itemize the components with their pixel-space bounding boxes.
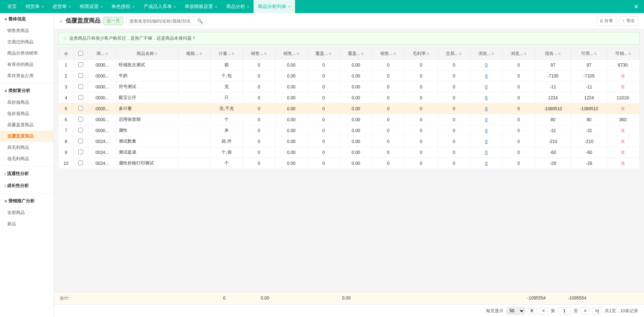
row-select-checkbox[interactable] — [78, 117, 83, 122]
row-browse1[interactable]: 0 — [470, 82, 503, 92]
sidebar-item-low-gross[interactable]: 低毛利商品 — [0, 153, 54, 165]
row-select-checkbox[interactable] — [78, 128, 83, 132]
row-checkbox[interactable] — [74, 103, 88, 114]
row-select-checkbox[interactable] — [78, 62, 83, 67]
cover2-column-header[interactable]: 覆盖...⇅ — [340, 48, 372, 60]
row-checkbox[interactable] — [74, 60, 88, 71]
sales1-column-header[interactable]: 销售...⇅ — [243, 48, 275, 60]
nav-close-icon[interactable]: × — [247, 4, 249, 9]
row-browse1[interactable]: 0 — [470, 158, 503, 169]
row-select-checkbox[interactable] — [78, 161, 83, 165]
select-all-checkbox[interactable] — [78, 51, 83, 56]
sidebar-item-new-goods[interactable]: 新品 — [0, 218, 54, 230]
settings-column-header[interactable]: ⚙ — [59, 48, 74, 60]
sales2-column-header[interactable]: 销售...⇅ — [275, 48, 307, 60]
nav-close-icon[interactable]: × — [42, 4, 44, 9]
info-banner: ☆ 这类商品只有很少客户购买过，是推广不够，还是商品本身问题？ — [58, 32, 640, 45]
nav-home[interactable]: 首页 — [3, 0, 21, 13]
row-browse1[interactable]: 0 — [470, 114, 503, 125]
row-browse1[interactable]: 0 — [470, 136, 503, 147]
sidebar-section-growth[interactable]: › 成长性分析 — [0, 180, 54, 192]
sidebar-item-low-value[interactable]: 低价值商品 — [0, 108, 54, 119]
nav-close-icon[interactable]: × — [288, 4, 290, 9]
row-browse1[interactable]: 0 — [470, 71, 503, 82]
nav-template[interactable]: 单据模板设置 × — [180, 0, 221, 13]
cover1-column-header[interactable]: 覆盖...⇅ — [307, 48, 340, 60]
row-checkbox[interactable] — [74, 71, 88, 82]
row-browse1[interactable]: 0 — [470, 125, 503, 136]
row-cover2: 0.00 — [340, 125, 372, 136]
sidebar-section-wealth[interactable]: ∨ 类财富分析 — [0, 85, 54, 97]
nav-sales-order[interactable]: 销货单 × — [21, 0, 48, 13]
nav-close-icon[interactable]: × — [68, 4, 71, 9]
nav-role[interactable]: 角色授权 × — [107, 0, 139, 13]
trade-column-header[interactable]: 交易...⇅ — [438, 48, 470, 60]
row-browse1[interactable]: 0 — [470, 60, 503, 71]
sidebar-section-liquidity[interactable]: › 流通性分析 — [0, 168, 54, 180]
nav-product-analysis[interactable]: 商品分析 × — [222, 0, 254, 13]
row-select-checkbox[interactable] — [78, 139, 83, 143]
row-checkbox[interactable] — [74, 92, 88, 103]
checkbox-column-header[interactable] — [74, 48, 88, 60]
nav-product-storage[interactable]: 产成品入库单 × — [139, 0, 180, 13]
search-input[interactable] — [129, 19, 197, 24]
row-checkbox[interactable] — [74, 147, 88, 158]
sidebar-item-low-coverage[interactable]: 低覆盖度商品 — [0, 131, 54, 142]
sidebar-section-marketing[interactable]: ∨ 营销推广分析 — [0, 195, 54, 207]
row-name: 眼宝公仔 — [116, 92, 178, 103]
sidebar-item-stock-capital[interactable]: 库存资金占用 — [0, 70, 54, 82]
share-button[interactable]: ⎘ 分享 — [597, 16, 616, 26]
row-select-checkbox[interactable] — [78, 95, 83, 100]
sidebar-section-overall[interactable]: ∨ 整体信息 — [0, 13, 54, 25]
row-browse1[interactable]: 0 — [470, 147, 503, 158]
prev-page-button[interactable]: < — [539, 307, 548, 314]
sales3-column-header[interactable]: 销售...⇅ — [372, 48, 405, 60]
nav-close-icon[interactable]: × — [215, 4, 217, 9]
window-close-button[interactable]: ✕ — [631, 1, 641, 12]
sidebar-item-high-value[interactable]: 高价值商品 — [0, 97, 54, 108]
export-button[interactable]: ↑ 导出 — [619, 16, 638, 26]
next-page-button[interactable]: > — [581, 307, 589, 314]
row-browse1[interactable]: 0 — [470, 103, 503, 114]
row-current: -7105 — [535, 71, 571, 82]
nav-close-icon[interactable]: × — [174, 4, 176, 9]
row-checkbox[interactable] — [74, 136, 88, 147]
page-size-select[interactable]: 50 20 100 — [506, 307, 525, 315]
page-number-input[interactable] — [558, 307, 571, 314]
browse1-column-header[interactable]: 浏览...⇅ — [470, 48, 503, 60]
nav-permission[interactable]: 权限设置 × — [75, 0, 107, 13]
nav-close-icon[interactable]: × — [132, 4, 134, 9]
nav-product-analysis-list[interactable]: 商品分析列表 × — [254, 0, 295, 13]
gross-margin-column-header[interactable]: 毛利率⇅ — [404, 48, 438, 60]
sidebar-item-traded-goods[interactable]: 交易过的商品 — [0, 36, 54, 48]
row-select-checkbox[interactable] — [78, 73, 83, 78]
sidebar-item-category-sales-rate[interactable]: 商品分类动销率 — [0, 48, 54, 59]
row-select-checkbox[interactable] — [78, 84, 83, 89]
row-checkbox[interactable] — [74, 82, 88, 92]
browse2-column-header[interactable]: 浏览...⇅ — [503, 48, 535, 60]
row-select-checkbox[interactable] — [78, 150, 83, 154]
row-checkbox[interactable] — [74, 125, 88, 136]
sidebar-item-high-coverage[interactable]: 高覆盖度商品 — [0, 119, 54, 131]
sidebar-item-high-gross[interactable]: 高毛利商品 — [0, 142, 54, 153]
available-column-header[interactable]: 可用...⇅ — [571, 48, 607, 60]
name-column-header[interactable]: 商品名称⇅ — [116, 48, 178, 60]
row-browse1[interactable]: 0 — [470, 92, 503, 103]
spec-column-header[interactable]: 规格...⇅ — [178, 48, 211, 60]
sidebar-item-sales-goods[interactable]: 销售类商品 — [0, 25, 54, 36]
nav-close-icon[interactable]: × — [101, 4, 103, 9]
unit-column-header[interactable]: 计量...⇅ — [211, 48, 243, 60]
row-checkbox[interactable] — [74, 158, 88, 169]
saleable-column-header[interactable]: 可销...⇅ — [607, 48, 640, 60]
current-column-header[interactable]: 现有...⇅ — [535, 48, 571, 60]
last-page-button[interactable]: >| — [592, 307, 602, 314]
collapse-sidebar-button[interactable]: « — [60, 18, 63, 24]
date-filter-button[interactable]: 近一月 — [103, 17, 123, 25]
nav-purchase-order[interactable]: 进货单 × — [48, 0, 75, 13]
row-select-checkbox[interactable] — [78, 106, 83, 111]
sidebar-item-stock-goods[interactable]: 有库存的商品 — [0, 59, 54, 70]
code-column-header[interactable]: 商...⇅ — [88, 48, 116, 60]
row-checkbox[interactable] — [74, 114, 88, 125]
sidebar-item-all-goods[interactable]: 全部商品 — [0, 207, 54, 218]
first-page-button[interactable]: K — [528, 307, 537, 314]
